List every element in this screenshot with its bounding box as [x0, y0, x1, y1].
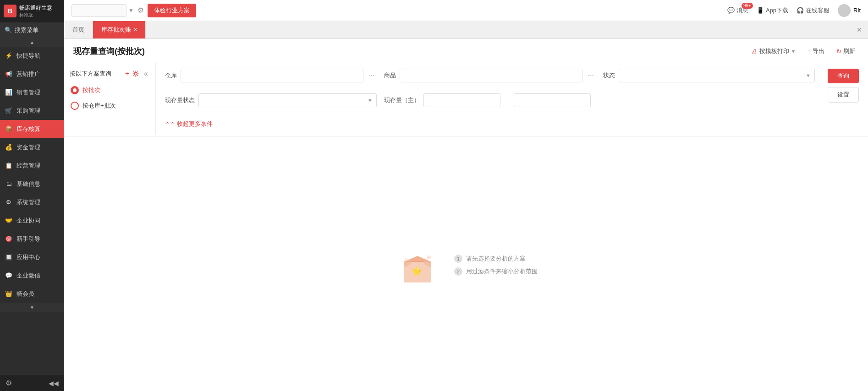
- sidebar-header: B 畅康通好生意 标准版: [0, 0, 64, 22]
- main-area: ▼ ⚙ 体验行业方案 💬 消息 99+ 📱 App下载 🎧 在线客服 Rit: [64, 0, 868, 391]
- sidebar-item-basic[interactable]: 🗂 基础信息: [0, 175, 64, 193]
- topbar-input-area: ▼ ⚙ 体验行业方案: [71, 4, 724, 17]
- filter-area: 按以下方案查询 + «: [64, 62, 868, 135]
- empty-tips: 1 请先选择要分析的方案 2 用过滤条件来缩小分析范围: [454, 255, 538, 276]
- stock-qty-max-input[interactable]: [514, 93, 591, 107]
- filter-results-divider: [64, 136, 868, 137]
- printer-icon: 🖨: [752, 48, 758, 55]
- print-chevron-icon: ▼: [791, 49, 796, 54]
- refresh-btn[interactable]: ↻ 刷新: [833, 45, 859, 57]
- topbar-search-input[interactable]: [71, 4, 126, 17]
- quick-nav-icon: ⚡: [5, 52, 13, 60]
- product-input-container[interactable]: [400, 69, 582, 82]
- newbie-icon: 🎯: [5, 235, 13, 243]
- sidebar-item-finance[interactable]: 💰 资金管理: [0, 138, 64, 157]
- messages-btn[interactable]: 💬 消息 99+: [727, 6, 748, 15]
- export-btn[interactable]: ↑ 导出: [804, 45, 829, 57]
- sidebar-item-operation[interactable]: 📋 经营管理: [0, 157, 64, 175]
- sidebar-item-purchase[interactable]: 🛒 采购管理: [0, 102, 64, 120]
- enterprise-icon: 🤝: [5, 217, 13, 225]
- sidebar-nav: ▲ ⚡ 快捷导航 📢 营销推广 📊 销售管理 🛒 采购管理 📦 库存核算 💰 资…: [0, 38, 64, 375]
- sidebar: B 畅康通好生意 标准版 🔍 搜索菜单 ▲ ⚡ 快捷导航 📢 营销推广 📊 销售…: [0, 0, 64, 391]
- sidebar-item-appstore[interactable]: 🔲 应用中心: [0, 248, 64, 266]
- svg-point-9: [405, 258, 407, 261]
- query-btn[interactable]: 查询: [828, 69, 859, 83]
- close-all-tabs-btn[interactable]: ×: [850, 25, 868, 35]
- scroll-up-btn[interactable]: ▲: [0, 38, 64, 47]
- filter-row-1: 仓库 ··· 商品: [165, 69, 859, 128]
- appstore-icon: 🔲: [5, 253, 13, 261]
- sidebar-item-newbie[interactable]: 🎯 新手引导: [0, 230, 64, 248]
- filter-option-batch[interactable]: 按批次: [64, 82, 155, 98]
- topbar-right: 💬 消息 99+ 📱 App下载 🎧 在线客服 Rit: [727, 4, 861, 17]
- print-btn[interactable]: 🖨 按模板打印 ▼: [748, 45, 800, 57]
- sidebar-item-sales[interactable]: 📊 销售管理: [0, 83, 64, 102]
- sidebar-item-quick-nav[interactable]: ⚡ 快捷导航: [0, 47, 64, 65]
- topbar-gear-icon[interactable]: ⚙: [136, 4, 146, 16]
- empty-state-content: ⭐ 1 请先选择要分析的方案 2 用过滤条件来缩小分析范围: [395, 241, 538, 288]
- batch-option-icon: [71, 86, 79, 94]
- svg-point-1: [73, 88, 77, 92]
- tabs-bar: 首页 库存批次账 × ×: [64, 21, 868, 39]
- filter-option-warehouse-batch[interactable]: 按仓库+批次: [64, 98, 155, 114]
- product-dots-btn[interactable]: ···: [586, 71, 596, 80]
- experience-btn[interactable]: 体验行业方案: [148, 4, 196, 17]
- tip-2-number: 2: [454, 267, 462, 276]
- stock-status-select[interactable]: ▼: [198, 93, 377, 107]
- message-icon: 💬: [727, 7, 735, 14]
- empty-illustration: ⭐: [395, 241, 440, 288]
- user-btn[interactable]: Rit: [838, 4, 861, 17]
- page-title: 现存量查询(按批次): [73, 46, 145, 57]
- stock-qty-min-input[interactable]: [423, 93, 500, 107]
- close-icon: ×: [857, 25, 862, 35]
- scroll-down-btn[interactable]: ▼: [0, 303, 64, 312]
- empty-tip-2: 2 用过滤条件来缩小分析范围: [454, 267, 538, 276]
- collapse-sidebar-icon[interactable]: ◀◀: [49, 380, 59, 387]
- filter-sidebar-header: 按以下方案查询 + «: [64, 68, 155, 82]
- sidebar-item-marketing[interactable]: 📢 营销推广: [0, 65, 64, 83]
- sidebar-item-inventory[interactable]: 📦 库存核算: [0, 120, 64, 138]
- collapse-more-btn[interactable]: ⌃⌃ 收起更多条件: [165, 120, 815, 128]
- page-header: 现存量查询(按批次) 🖨 按模板打印 ▼ ↑ 导出 ↻ 刷新: [64, 39, 868, 62]
- status-filter-group: 状态 ▼: [603, 69, 815, 82]
- warehouse-filter-group: 仓库 ···: [165, 69, 377, 82]
- basic-icon: 🗂: [5, 180, 13, 188]
- filter-buttons: 查询 设置: [828, 69, 859, 103]
- headset-icon: 🎧: [797, 7, 804, 14]
- sidebar-item-wechat[interactable]: 💬 企业微信: [0, 266, 64, 285]
- inventory-icon: 📦: [5, 125, 13, 133]
- add-scheme-btn[interactable]: +: [125, 70, 129, 78]
- warehouse-dots-btn[interactable]: ···: [367, 71, 377, 80]
- sidebar-logo: B: [4, 5, 16, 17]
- stock-status-filter-group: 现存量状态 ▼: [165, 93, 377, 107]
- status-select-chevron: ▼: [806, 73, 811, 78]
- sidebar-footer: ⚙ ◀◀: [0, 375, 64, 391]
- tab-inventory-batch[interactable]: 库存批次账 ×: [93, 21, 146, 38]
- sidebar-item-member[interactable]: 👑 畅会员: [0, 285, 64, 303]
- stock-status-select-chevron: ▼: [368, 98, 373, 103]
- product-filter-group: 商品 ···: [384, 69, 596, 82]
- topbar-chevron-icon[interactable]: ▼: [128, 7, 134, 14]
- tip-1-number: 1: [454, 255, 462, 263]
- collapse-filter-sidebar-btn[interactable]: «: [142, 70, 150, 78]
- settings-icon[interactable]: ⚙: [5, 379, 12, 387]
- sidebar-search[interactable]: 🔍 搜索菜单: [0, 22, 64, 38]
- status-select[interactable]: ▼: [619, 69, 815, 82]
- tab-close-icon[interactable]: ×: [134, 27, 137, 33]
- stock-qty-filter-group: 现存量（主） —: [384, 93, 596, 107]
- warehouse-input[interactable]: [185, 72, 359, 79]
- settings-btn[interactable]: 设置: [828, 87, 859, 103]
- online-service-btn[interactable]: 🎧 在线客服: [797, 6, 830, 15]
- product-input[interactable]: [404, 72, 578, 79]
- app-download-btn[interactable]: 📱 App下载: [757, 6, 788, 15]
- refresh-icon: ↻: [836, 48, 841, 55]
- phone-icon: 📱: [757, 7, 764, 14]
- sidebar-item-system[interactable]: ⚙ 系统管理: [0, 193, 64, 212]
- export-icon: ↑: [808, 48, 811, 55]
- search-icon: 🔍: [5, 27, 12, 33]
- purchase-icon: 🛒: [5, 107, 13, 115]
- warehouse-input-container[interactable]: [181, 69, 363, 82]
- sidebar-item-enterprise[interactable]: 🤝 企业协同: [0, 212, 64, 230]
- scheme-settings-btn[interactable]: [132, 70, 139, 78]
- tab-home[interactable]: 首页: [64, 21, 93, 38]
